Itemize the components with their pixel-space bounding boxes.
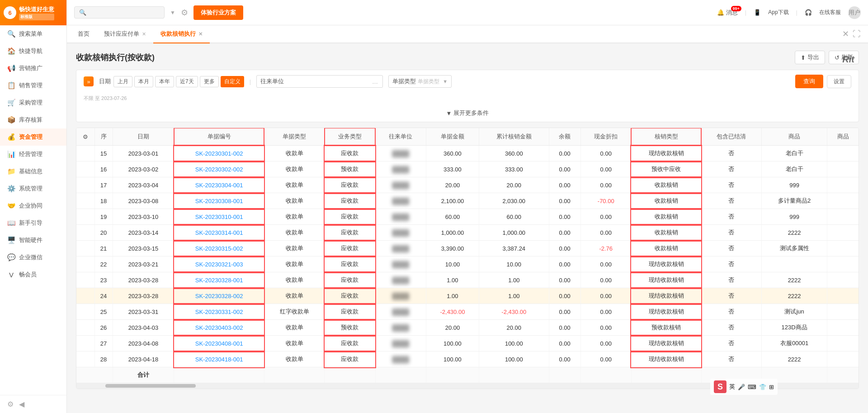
tab-close-icon[interactable]: ✕ [842, 29, 849, 39]
sidebar-item-system[interactable]: ⚙️ 系统管理 [0, 180, 66, 197]
sidebar-item-operation[interactable]: 📊 经营管理 [0, 146, 66, 163]
table-cell: 否 [701, 225, 761, 241]
solution-button[interactable]: 体验行业方案 [193, 5, 243, 20]
table-cell: 应收款 [325, 177, 375, 193]
tab-collection-close[interactable]: ✕ [198, 31, 203, 37]
table-cell[interactable]: SK-20230308-001 [174, 193, 264, 209]
col-header-gear[interactable]: ⚙ [76, 128, 94, 146]
date-btn-this-month[interactable]: 本月 [134, 76, 153, 87]
table-cell[interactable]: SK-20230302-002 [174, 161, 264, 177]
sidebar-item-hardware[interactable]: 🖥️ 智能硬件 [0, 232, 66, 249]
sidebar-item-member[interactable]: V 畅会员 [0, 266, 66, 283]
col-header-voucher-no[interactable]: 单据编号 [174, 128, 264, 146]
col-header-goods[interactable]: 商品 [761, 128, 827, 146]
online-service-link[interactable]: 在线客服 [819, 9, 841, 16]
table-cell[interactable]: SK-20230315-002 [174, 241, 264, 256]
table-cell: 2023-03-14 [113, 225, 174, 241]
table-cell[interactable]: SK-20230310-001 [174, 209, 264, 225]
topbar-arrow-icon[interactable]: ▼ [170, 9, 175, 16]
date-buttons: 上月 本月 本年 近7天 更多 自定义 [113, 76, 244, 87]
col-header-date[interactable]: 日期 [113, 128, 174, 146]
topbar-search[interactable]: 🔍 [74, 6, 165, 19]
mobile-icon: 📱 [754, 9, 761, 16]
table-cell: 应收款 [325, 288, 375, 304]
col-header-include-settled[interactable]: 包含已结清 [701, 128, 761, 146]
table-cell: ████ [375, 193, 426, 209]
sidebar-item-guide[interactable]: 📖 新手引导 [0, 214, 66, 232]
tab-expand-icon[interactable]: ⛶ [853, 29, 861, 39]
topbar-gear-icon[interactable]: ⚙ [181, 8, 188, 18]
tab-prepay-close[interactable]: ✕ [142, 31, 146, 37]
table-cell[interactable]: SK-20230331-002 [174, 304, 264, 320]
sidebar-item-search[interactable]: 🔍 搜索菜单 [0, 25, 66, 43]
app-download-link[interactable]: App下载 [768, 9, 788, 16]
settings-button[interactable]: 设置 [827, 75, 851, 88]
table-cell[interactable]: SK-20230304-001 [174, 177, 264, 193]
collapse-icon[interactable]: ◀ [19, 400, 24, 408]
avatar[interactable]: 用户 [848, 6, 861, 19]
table-cell[interactable]: SK-20230418-001 [174, 351, 264, 367]
table-cell[interactable]: SK-20230328-001 [174, 272, 264, 288]
col-header-biz-type[interactable]: 业务类型 [325, 128, 375, 146]
col-header-discount[interactable]: 现金折扣 [580, 128, 631, 146]
voucher-type-select[interactable]: 单据类型 单据类型 ▼ [388, 75, 452, 88]
table-cell: 2023-03-31 [113, 304, 174, 320]
tab-collection[interactable]: 收款核销执行 ✕ [153, 25, 210, 43]
table-row: 252023-03-31SK-20230331-002红字收款单应收款████-… [76, 304, 859, 320]
scrollbar-thumb[interactable] [105, 384, 196, 388]
date-btn-custom[interactable]: 自定义 [221, 76, 244, 87]
table-cell: 2222 [761, 225, 827, 241]
date-btn-more[interactable]: 更多 [200, 76, 219, 87]
filter-expand-more[interactable]: ▼ 展开更多条件 [84, 107, 851, 117]
inventory-icon: 📦 [7, 116, 15, 124]
tab-prepay[interactable]: 预计应应付单 ✕ [97, 25, 153, 43]
date-btn-last-month[interactable]: 上月 [113, 76, 132, 87]
col-header-verified[interactable]: 累计核销金额 [479, 128, 549, 146]
sidebar-item-quicknav[interactable]: 🏠 快捷导航 [0, 43, 66, 60]
col-header-partner[interactable]: 往来单位 [375, 128, 426, 146]
date-btn-7days[interactable]: 近7天 [176, 76, 198, 87]
sidebar-item-weixin[interactable]: 💬 企业微信 [0, 249, 66, 266]
partner-input[interactable] [288, 78, 368, 85]
sidebar: 6 畅快道好生意 标推版 🔍 搜索菜单 🏠 快捷导航 📢 营销推广 📋 销售管理… [0, 0, 67, 413]
sidebar-item-finance[interactable]: 💰 资金管理 [0, 128, 66, 146]
filter-separator1: | [250, 78, 251, 85]
col-header-amount[interactable]: 单据金额 [426, 128, 479, 146]
export-button[interactable]: ⬆ 导出 [795, 51, 825, 64]
tab-home[interactable]: 首页 [71, 25, 97, 43]
col-header-balance[interactable]: 余额 [549, 128, 580, 146]
sidebar-item-purchase[interactable]: 🛒 采购管理 [0, 94, 66, 111]
table-cell: 收款单 [264, 241, 324, 256]
table-cell[interactable]: SK-20230314-001 [174, 225, 264, 241]
table-cell[interactable]: SK-20230301-002 [174, 146, 264, 161]
table-cell [76, 304, 94, 320]
table-cell[interactable]: SK-20230403-002 [174, 320, 264, 336]
table-cell: 2023-04-03 [113, 320, 174, 336]
table-cell[interactable]: SK-20230321-003 [174, 256, 264, 272]
table-cell[interactable]: SK-20230408-001 [174, 336, 264, 351]
date-range-row: 不限 至 2023-07-26 [84, 95, 851, 102]
table-cell: 2023-04-08 [113, 336, 174, 351]
table-cell [761, 256, 827, 272]
table-cell: 10.00 [479, 256, 549, 272]
query-button[interactable]: 查询 [795, 75, 823, 88]
settings-icon[interactable]: ⚙ [7, 400, 14, 408]
table-cell: 19 [94, 209, 113, 225]
table-row: 242023-03-28SK-20230328-002收款单应收款████1.0… [76, 288, 859, 304]
sidebar-item-corp[interactable]: 🤝 企业协同 [0, 197, 66, 214]
sidebar-item-basic[interactable]: 📁 基础信息 [0, 163, 66, 180]
table-cell [827, 177, 859, 193]
table-cell [76, 320, 94, 336]
col-header-verify-type[interactable]: 核销类型 [631, 128, 701, 146]
sidebar-item-marketing[interactable]: 📢 营销推广 [0, 60, 66, 77]
filter-expand-button[interactable]: » [84, 76, 94, 86]
partner-dots[interactable]: … [372, 78, 379, 85]
partner-label: 往来单位 [260, 77, 284, 85]
col-header-voucher-type[interactable]: 单据类型 [264, 128, 324, 146]
sidebar-item-sales[interactable]: 📋 销售管理 [0, 77, 66, 94]
table-cell[interactable]: SK-20230328-002 [174, 288, 264, 304]
date-btn-this-year[interactable]: 本年 [155, 76, 174, 87]
sidebar-item-inventory[interactable]: 📦 库存核算 [0, 111, 66, 128]
col-header-goods2[interactable]: 商品 [827, 128, 859, 146]
notification-area[interactable]: 🔔 消息 99+ [717, 9, 738, 17]
